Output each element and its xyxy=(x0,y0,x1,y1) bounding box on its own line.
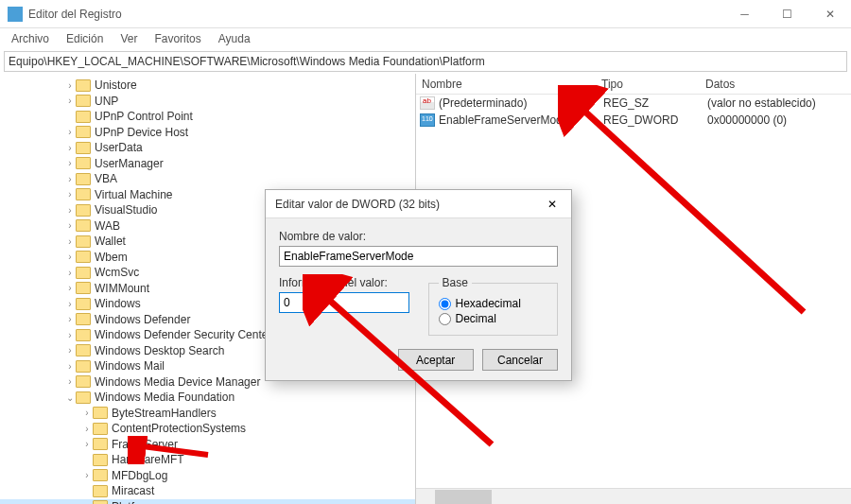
col-data[interactable]: Datos xyxy=(700,78,851,91)
tree-item[interactable]: ›UPnP Device Host xyxy=(0,125,415,141)
col-name[interactable]: Nombre xyxy=(416,78,596,91)
expander-icon[interactable]: › xyxy=(81,408,93,418)
list-row[interactable]: (Predeterminado)REG_SZ(valor no establec… xyxy=(416,95,851,112)
tree-item[interactable]: ›UserData xyxy=(0,140,415,156)
folder-icon xyxy=(76,204,91,217)
menu-file[interactable]: Archivo xyxy=(4,30,57,47)
folder-icon xyxy=(93,423,108,435)
dialog-titlebar[interactable]: Editar valor de DWORD (32 bits) ✕ xyxy=(266,190,571,218)
tree-item-label: Unistore xyxy=(95,78,137,92)
expander-icon[interactable]: › xyxy=(64,127,76,137)
tree-item-label: WIMMount xyxy=(95,282,149,295)
expander-icon[interactable]: › xyxy=(64,189,76,200)
expander-icon[interactable]: › xyxy=(64,361,76,372)
expander-icon[interactable]: › xyxy=(64,236,76,247)
tree-item[interactable]: Miracast xyxy=(0,483,415,499)
expander-icon[interactable]: › xyxy=(64,174,76,184)
maximize-button[interactable]: ☐ xyxy=(766,0,808,28)
expander-icon[interactable]: › xyxy=(64,158,76,168)
tree-item[interactable]: ›Platform xyxy=(0,499,415,505)
expander-icon[interactable]: › xyxy=(81,424,93,434)
tree-item[interactable]: UPnP Control Point xyxy=(0,109,415,125)
folder-icon xyxy=(93,454,108,466)
value-icon xyxy=(420,113,435,127)
tree-item-label: Windows Mail xyxy=(95,359,165,373)
address-bar[interactable]: Equipo\HKEY_LOCAL_MACHINE\SOFTWARE\Micro… xyxy=(4,51,847,72)
tree-item-label: Windows Defender xyxy=(95,313,190,326)
expander-icon[interactable]: › xyxy=(81,470,93,480)
tree-item-label: UPnP Control Point xyxy=(95,110,193,123)
tree-item-label: WAB xyxy=(95,219,120,233)
tree-item[interactable]: ›MFDbgLog xyxy=(0,468,415,484)
expander-icon[interactable]: › xyxy=(64,345,76,356)
base-legend: Base xyxy=(439,276,472,289)
menu-help[interactable]: Ayuda xyxy=(211,30,258,47)
tree-item-label: UPnP Device Host xyxy=(95,126,188,139)
scrollbar-horizontal[interactable] xyxy=(416,488,851,504)
cancel-button[interactable]: Cancelar xyxy=(482,349,558,371)
folder-icon xyxy=(76,313,91,325)
expander-icon[interactable]: › xyxy=(64,314,76,324)
minimize-button[interactable]: ─ xyxy=(723,0,766,28)
folder-icon xyxy=(76,79,91,92)
tree-item[interactable]: ›FrameServer xyxy=(0,437,415,453)
expander-icon[interactable]: › xyxy=(64,143,76,153)
tree-item-label: Windows Defender Security Center xyxy=(95,328,271,341)
tree-item[interactable]: ›ContentProtectionSystems xyxy=(0,421,415,437)
tree-item[interactable]: ›ByteStreamHandlers xyxy=(0,406,415,422)
col-type[interactable]: Tipo xyxy=(596,78,700,91)
tree-item-label: Virtual Machine xyxy=(95,188,173,201)
radio-dec[interactable] xyxy=(439,313,451,325)
tree-item[interactable]: ›UserManager xyxy=(0,156,415,172)
value-icon xyxy=(420,96,435,110)
expander-icon[interactable]: › xyxy=(64,96,76,106)
expander-icon[interactable]: › xyxy=(64,376,76,387)
list-row[interactable]: EnableFrameServerModeREG_DWORD0x00000000… xyxy=(416,112,851,129)
radio-hex[interactable] xyxy=(439,298,451,310)
folder-icon xyxy=(76,251,91,263)
folder-icon xyxy=(76,188,91,200)
folder-icon xyxy=(76,126,91,138)
dialog-title: Editar valor de DWORD (32 bits) xyxy=(275,198,533,211)
edit-dword-dialog: Editar valor de DWORD (32 bits) ✕ Nombre… xyxy=(265,189,572,381)
expander-icon[interactable]: › xyxy=(64,220,76,231)
tree-item[interactable]: ›VBA xyxy=(0,171,415,187)
folder-icon xyxy=(76,267,91,279)
menubar: Archivo Edición Ver Favoritos Ayuda xyxy=(0,28,851,49)
folder-icon xyxy=(93,407,108,419)
expander-icon[interactable]: ⌄ xyxy=(64,392,76,403)
value-data-label: Información del valor: xyxy=(279,276,409,289)
dialog-close-button[interactable]: ✕ xyxy=(533,198,571,211)
expander-icon[interactable]: › xyxy=(64,330,76,340)
value-data-input[interactable] xyxy=(279,292,409,313)
expander-icon[interactable]: › xyxy=(64,252,76,262)
close-button[interactable]: ✕ xyxy=(808,0,851,28)
list-header: Nombre Tipo Datos xyxy=(416,74,851,95)
tree-item-label: Windows Desktop Search xyxy=(95,344,224,357)
value-name-input[interactable] xyxy=(279,246,558,267)
tree-item[interactable]: ›Unistore xyxy=(0,78,415,94)
menu-favorites[interactable]: Favoritos xyxy=(147,30,208,47)
tree-item-label: FrameServer xyxy=(112,438,178,451)
menu-edit[interactable]: Edición xyxy=(59,30,111,47)
tree-item-label: VBA xyxy=(95,172,117,185)
folder-icon xyxy=(76,157,91,169)
expander-icon[interactable]: › xyxy=(64,299,76,309)
tree-item[interactable]: HardwareMFT xyxy=(0,452,415,468)
expander-icon[interactable]: › xyxy=(81,439,93,449)
tree-item-label: UserData xyxy=(95,141,143,154)
tree-item-label: Wallet xyxy=(95,235,126,248)
tree-item-label: Platform xyxy=(112,500,154,504)
tree-item[interactable]: ⌄Windows Media Foundation xyxy=(0,390,415,406)
folder-icon xyxy=(76,375,91,388)
tree-item-label: UserManager xyxy=(95,157,164,170)
expander-icon[interactable]: › xyxy=(64,283,76,293)
tree-item[interactable]: ›UNP xyxy=(0,94,415,110)
expander-icon[interactable]: › xyxy=(64,268,76,278)
expander-icon[interactable]: › xyxy=(64,80,76,91)
ok-button[interactable]: Aceptar xyxy=(398,349,474,371)
tree-item-label: Windows xyxy=(95,297,141,310)
menu-view[interactable]: Ver xyxy=(113,30,145,47)
folder-icon xyxy=(76,235,91,248)
expander-icon[interactable]: › xyxy=(64,205,76,216)
